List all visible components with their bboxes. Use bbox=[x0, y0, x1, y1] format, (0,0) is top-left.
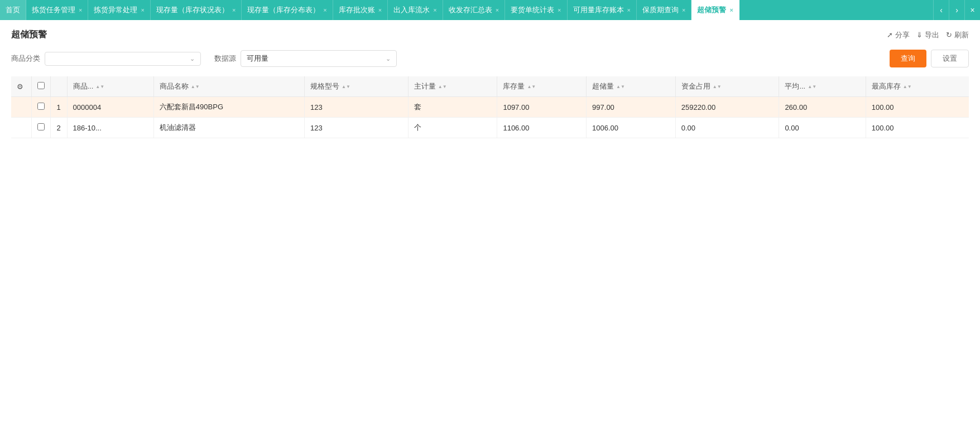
category-select[interactable]: ⌄ bbox=[45, 52, 201, 66]
nav-kucun-batch[interactable]: 库存批次账 × bbox=[333, 0, 388, 20]
spec-column-header: 规格型号 ▲▼ bbox=[305, 76, 409, 97]
share-icon: ➚ bbox=[887, 31, 893, 39]
avg-sort[interactable]: 平均... ▲▼ bbox=[785, 81, 859, 91]
nav-shelf-life[interactable]: 保质期查询 × bbox=[637, 0, 691, 20]
close-icon[interactable]: × bbox=[558, 7, 561, 13]
rownum-column-header bbox=[50, 76, 67, 97]
maxstock-column-header: 最高库存 ▲▼ bbox=[866, 76, 969, 97]
sort-icon: ▲▼ bbox=[616, 84, 625, 89]
row-name: 机油滤清器 bbox=[153, 118, 304, 138]
sort-icon: ▲▼ bbox=[191, 84, 200, 89]
close-icon[interactable]: × bbox=[232, 7, 236, 13]
row-avg: 260.00 bbox=[779, 97, 866, 118]
refresh-icon: ↻ bbox=[946, 31, 952, 39]
close-icon[interactable]: × bbox=[79, 7, 82, 13]
capital-sort[interactable]: 资金占用 ▲▼ bbox=[681, 81, 774, 91]
data-table: ⚙ 商品... ▲▼ 商品名称 ▲▼ bbox=[11, 76, 969, 138]
close-icon[interactable]: × bbox=[627, 7, 631, 13]
table-body: 1 0000004 六配套新昌490BPG 123 套 1097.00 997.… bbox=[11, 97, 969, 138]
avg-column-header: 平均... ▲▼ bbox=[779, 76, 866, 97]
close-icon[interactable]: × bbox=[141, 7, 144, 13]
export-button[interactable]: ⇓ 导出 bbox=[916, 30, 939, 40]
nav-close-button[interactable]: × bbox=[964, 0, 980, 20]
sort-icon: ▲▼ bbox=[527, 84, 536, 89]
code-sort[interactable]: 商品... ▲▼ bbox=[73, 81, 148, 91]
row-gear bbox=[11, 97, 31, 118]
nav-jianhuo-exception[interactable]: 拣货异常处理 × bbox=[88, 0, 150, 20]
row-overflow: 1006.00 bbox=[587, 118, 676, 138]
row-unit: 个 bbox=[408, 118, 497, 138]
close-icon[interactable]: × bbox=[378, 7, 382, 13]
nav-receipt-summary[interactable]: 收发存汇总表 × bbox=[443, 0, 505, 20]
nav-next-button[interactable]: › bbox=[949, 0, 964, 20]
settings-button[interactable]: 设置 bbox=[931, 50, 969, 67]
row-code: 0000004 bbox=[67, 97, 153, 118]
nav-xiancunliang-status[interactable]: 现存量（库存状况表） × bbox=[151, 0, 242, 20]
nav-prev-button[interactable]: ‹ bbox=[933, 0, 949, 20]
close-icon[interactable]: × bbox=[323, 7, 326, 13]
row-maxstock: 100.00 bbox=[866, 118, 969, 138]
category-filter: 商品分类 ⌄ bbox=[11, 52, 201, 66]
close-icon[interactable]: × bbox=[433, 7, 436, 13]
row-overflow: 997.00 bbox=[587, 97, 676, 118]
sort-icon: ▲▼ bbox=[903, 84, 912, 89]
row-avg: 0.00 bbox=[779, 118, 866, 138]
nav-inout-flow[interactable]: 出入库流水 × bbox=[388, 0, 443, 20]
close-icon[interactable]: × bbox=[682, 7, 685, 13]
nav-order-stats[interactable]: 要货单统计表 × bbox=[505, 0, 567, 20]
maxstock-sort[interactable]: 最高库存 ▲▼ bbox=[872, 81, 963, 91]
header-actions: ➚ 分享 ⇓ 导出 ↻ 刷新 bbox=[887, 30, 969, 40]
sort-icon: ▲▼ bbox=[808, 84, 816, 89]
query-button[interactable]: 查询 bbox=[890, 50, 926, 67]
sort-icon: ▲▼ bbox=[95, 84, 104, 89]
overflow-sort[interactable]: 超储量 ▲▼ bbox=[592, 81, 670, 91]
chevron-down-icon: ⌄ bbox=[190, 55, 195, 62]
table-row: 2 186-10... 机油滤清器 123 个 1106.00 1006.00 … bbox=[11, 118, 969, 138]
nav-jianhuo-task[interactable]: 拣货任务管理 × bbox=[26, 0, 88, 20]
top-navigation: 首页 拣货任务管理 × 拣货异常处理 × 现存量（库存状况表） × 现存量（库存… bbox=[0, 0, 980, 20]
row-stock: 1106.00 bbox=[497, 118, 587, 138]
name-column-header: 商品名称 ▲▼ bbox=[153, 76, 304, 97]
spec-sort[interactable]: 规格型号 ▲▼ bbox=[310, 81, 402, 91]
sort-icon: ▲▼ bbox=[713, 84, 722, 89]
gear-icon[interactable]: ⚙ bbox=[17, 83, 23, 91]
stock-column-header: 库存量 ▲▼ bbox=[497, 76, 587, 97]
page-title: 超储预警 bbox=[11, 29, 47, 41]
row-checkbox-cell bbox=[31, 97, 50, 118]
share-button[interactable]: ➚ 分享 bbox=[887, 30, 910, 40]
close-icon[interactable]: × bbox=[496, 7, 499, 13]
nav-available-stock[interactable]: 可用量库存账本 × bbox=[568, 0, 637, 20]
row-name: 六配套新昌490BPG bbox=[153, 97, 304, 118]
export-icon: ⇓ bbox=[916, 31, 923, 39]
select-all-checkbox[interactable] bbox=[37, 82, 45, 89]
name-sort[interactable]: 商品名称 ▲▼ bbox=[160, 81, 299, 91]
datasource-select[interactable]: 可用量 ⌄ bbox=[241, 50, 397, 67]
nav-overstock-warning[interactable]: 超储预警 × bbox=[691, 0, 739, 20]
row-spec: 123 bbox=[305, 97, 409, 118]
category-label: 商品分类 bbox=[11, 54, 40, 64]
datasource-filter: 数据源 可用量 ⌄ bbox=[214, 50, 397, 67]
datasource-select-value: 可用量 bbox=[247, 54, 268, 64]
row-gear bbox=[11, 118, 31, 138]
datasource-label: 数据源 bbox=[214, 54, 236, 64]
refresh-button[interactable]: ↻ 刷新 bbox=[946, 30, 969, 40]
row-checkbox[interactable] bbox=[37, 123, 45, 130]
row-spec: 123 bbox=[305, 118, 409, 138]
nav-home[interactable]: 首页 bbox=[0, 0, 26, 20]
row-capital: 0.00 bbox=[675, 118, 779, 138]
stock-sort[interactable]: 库存量 ▲▼ bbox=[503, 81, 580, 91]
unit-sort[interactable]: 主计量 ▲▼ bbox=[414, 81, 492, 91]
gear-column-header: ⚙ bbox=[11, 76, 31, 97]
capital-column-header: 资金占用 ▲▼ bbox=[675, 76, 779, 97]
filter-actions: 查询 设置 bbox=[890, 50, 969, 67]
row-unit: 套 bbox=[408, 97, 497, 118]
nav-xiancunliang-dist[interactable]: 现存量（库存分布表） × bbox=[242, 0, 333, 20]
page-header: 超储预警 ➚ 分享 ⇓ 导出 ↻ 刷新 bbox=[11, 29, 969, 41]
nav-arrows: ‹ › × bbox=[933, 0, 980, 20]
close-icon[interactable]: × bbox=[729, 7, 733, 13]
row-checkbox[interactable] bbox=[37, 103, 45, 110]
row-number: 2 bbox=[50, 118, 67, 138]
code-column-header: 商品... ▲▼ bbox=[67, 76, 153, 97]
table-row: 1 0000004 六配套新昌490BPG 123 套 1097.00 997.… bbox=[11, 97, 969, 118]
row-capital: 259220.00 bbox=[675, 97, 779, 118]
